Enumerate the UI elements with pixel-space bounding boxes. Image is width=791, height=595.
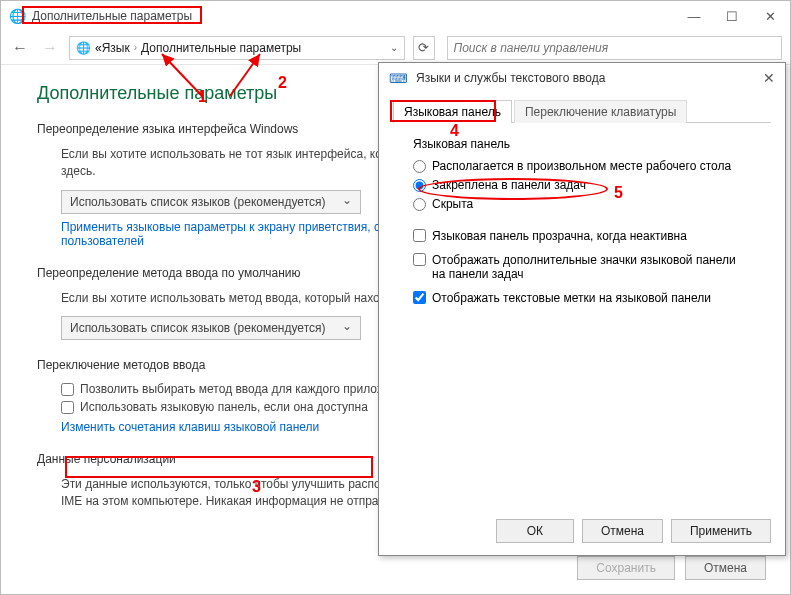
checkbox-label: Использовать языковую панель, если она д… — [80, 400, 368, 414]
chevron-down-icon[interactable]: ⌄ — [390, 42, 398, 53]
close-button[interactable]: ✕ — [758, 9, 782, 24]
breadcrumb-item-language[interactable]: Язык — [102, 41, 130, 55]
extra-icons-checkbox[interactable] — [413, 253, 426, 266]
per-app-input-checkbox[interactable] — [61, 383, 74, 396]
dialog-apply-button[interactable]: Применить — [671, 519, 771, 543]
checkbox-label: Позволить выбирать метод ввода для каждо… — [80, 382, 411, 396]
breadcrumb-separator: › — [130, 42, 141, 53]
breadcrumb[interactable]: 🌐 « Язык › Дополнительные параметры ⌄ — [69, 36, 405, 60]
nav-toolbar: ← → ↑ 🌐 « Язык › Дополнительные параметр… — [1, 31, 790, 65]
minimize-button[interactable]: — — [682, 9, 706, 24]
search-box[interactable] — [447, 36, 783, 60]
cancel-button[interactable]: Отмена — [685, 556, 766, 580]
nav-back-button[interactable]: ← — [9, 37, 31, 59]
nav-forward-button[interactable]: → — [39, 37, 61, 59]
refresh-button[interactable]: ⟳ — [413, 36, 435, 60]
dialog-cancel-button[interactable]: Отмена — [582, 519, 663, 543]
language-bar-dialog: ⌨ Языки и службы текстового ввода ✕ Язык… — [378, 62, 786, 556]
dialog-title: Языки и службы текстового ввода — [416, 71, 605, 85]
maximize-button[interactable]: ☐ — [720, 9, 744, 24]
ui-language-combo[interactable]: Использовать список языков (рекомендуетс… — [61, 190, 361, 214]
radio-hidden[interactable] — [413, 198, 426, 211]
tab-keyboard-switch[interactable]: Переключение клавиатуры — [514, 100, 687, 123]
keyboard-icon: ⌨ — [389, 71, 408, 86]
breadcrumb-prefix: « — [95, 41, 102, 55]
radio-docked[interactable] — [413, 179, 426, 192]
window-title: Дополнительные параметры — [32, 9, 192, 23]
tab-language-bar[interactable]: Языковая панель — [393, 100, 512, 123]
dialog-close-button[interactable]: ✕ — [763, 70, 775, 86]
save-button[interactable]: Сохранить — [577, 556, 675, 580]
use-language-bar-checkbox[interactable] — [61, 401, 74, 414]
text-labels-checkbox[interactable] — [413, 291, 426, 304]
globe-icon: 🌐 — [76, 41, 91, 55]
window-titlebar: 🌐 Дополнительные параметры — ☐ ✕ — [1, 1, 790, 31]
radio-label: Скрыта — [432, 197, 473, 211]
checkbox-label: Языковая панель прозрачна, когда неактив… — [432, 229, 687, 243]
dialog-titlebar: ⌨ Языки и службы текстового ввода ✕ — [379, 63, 785, 93]
radio-floating[interactable] — [413, 160, 426, 173]
app-icon: 🌐 — [9, 8, 26, 24]
transparent-checkbox[interactable] — [413, 229, 426, 242]
group-header: Языковая панель — [413, 137, 751, 151]
checkbox-label: Отображать дополнительные значки языково… — [432, 253, 751, 281]
radio-label: Располагается в произвольном месте рабоч… — [432, 159, 731, 173]
radio-label: Закреплена в панели задач — [432, 178, 586, 192]
breadcrumb-item-advanced[interactable]: Дополнительные параметры — [141, 41, 301, 55]
checkbox-label: Отображать текстовые метки на языковой п… — [432, 291, 711, 305]
input-method-combo[interactable]: Использовать список языков (рекомендуетс… — [61, 316, 361, 340]
search-input[interactable] — [454, 41, 776, 55]
dialog-ok-button[interactable]: ОК — [496, 519, 574, 543]
